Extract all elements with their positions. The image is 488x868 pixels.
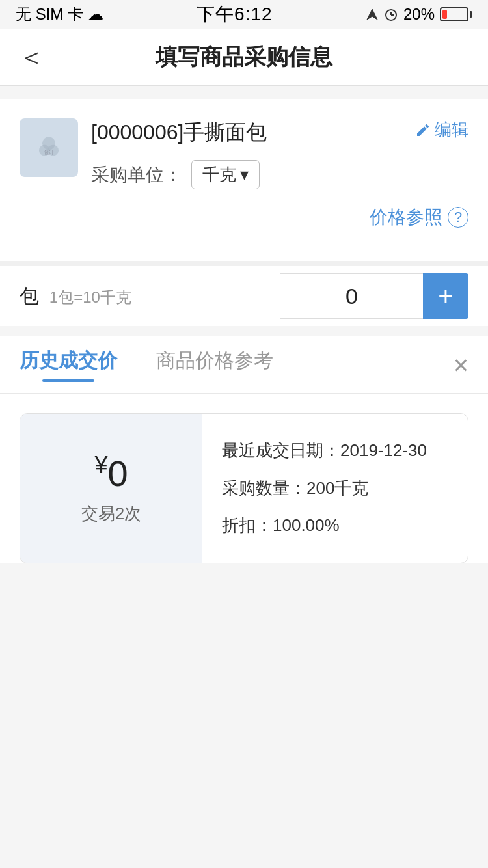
tab-underline bbox=[42, 379, 94, 382]
product-thumbnail-icon: 包计 bbox=[33, 131, 65, 164]
quantity-input[interactable]: 0 bbox=[280, 273, 423, 319]
price-ref-label: 价格参照 bbox=[370, 205, 442, 230]
tabs-left: 历史成交价 商品价格参考 bbox=[20, 334, 273, 395]
price-amount: ¥0 bbox=[94, 452, 128, 495]
price-ref-button[interactable]: 价格参照 ? bbox=[370, 205, 468, 245]
price-value: 0 bbox=[107, 453, 128, 494]
product-name: [0000006]手撕面包 bbox=[91, 118, 267, 147]
product-unit-row: 采购单位： 千克 ▾ bbox=[91, 160, 267, 189]
edit-label: 编辑 bbox=[435, 118, 468, 141]
svg-marker-0 bbox=[367, 9, 377, 20]
page-title: 填写商品采购信息 bbox=[156, 42, 332, 72]
product-left: 包计 [0000006]手撕面包 采购单位： 千克 ▾ bbox=[20, 118, 267, 189]
price-left-panel: ¥0 交易2次 bbox=[20, 414, 202, 563]
status-bar-right: 20% bbox=[366, 5, 472, 23]
tabs-bar: 历史成交价 商品价格参考 × bbox=[0, 336, 488, 394]
price-transactions: 交易2次 bbox=[81, 502, 141, 525]
unit-select[interactable]: 千克 ▾ bbox=[191, 160, 260, 189]
unit-label: 采购单位： bbox=[91, 163, 182, 187]
purchase-quantity: 采购数量：200千克 bbox=[222, 475, 448, 502]
quantity-plus-button[interactable]: + bbox=[423, 273, 468, 319]
alarm-icon bbox=[384, 7, 398, 21]
signal-text: 无 SIM 卡 ☁ bbox=[16, 4, 103, 25]
edit-icon bbox=[415, 122, 431, 138]
product-image: 包计 bbox=[20, 118, 78, 177]
status-bar: 无 SIM 卡 ☁ 下午6:12 20% bbox=[0, 0, 488, 29]
tab-history-price[interactable]: 历史成交价 bbox=[20, 334, 117, 395]
battery-percent: 20% bbox=[403, 5, 435, 23]
back-button[interactable]: ＜ bbox=[18, 39, 44, 75]
svg-text:包计: 包计 bbox=[44, 149, 54, 156]
product-info: [0000006]手撕面包 采购单位： 千克 ▾ bbox=[91, 118, 267, 189]
quantity-label-group: 包 1包=10千克 bbox=[20, 283, 131, 310]
tab-product-price-ref[interactable]: 商品价格参考 bbox=[156, 334, 273, 395]
bottom-panel: 历史成交价 商品价格参考 × ¥0 交易2次 最近成交日期：2019-12-30… bbox=[0, 336, 488, 563]
status-bar-left: 无 SIM 卡 ☁ bbox=[16, 4, 103, 25]
battery-icon bbox=[440, 7, 472, 21]
quantity-unit-char: 包 bbox=[20, 285, 39, 306]
dropdown-icon: ▾ bbox=[240, 165, 249, 185]
product-card: 包计 [0000006]手撕面包 采购单位： 千克 ▾ 编辑 bbox=[0, 99, 488, 261]
price-card: ¥0 交易2次 最近成交日期：2019-12-30 采购数量：200千克 折扣：… bbox=[20, 413, 468, 563]
location-icon bbox=[366, 8, 379, 21]
product-header: 包计 [0000006]手撕面包 采购单位： 千克 ▾ 编辑 bbox=[20, 118, 468, 189]
tab-close-button[interactable]: × bbox=[454, 352, 468, 378]
tab-history-label: 历史成交价 bbox=[20, 347, 117, 374]
quantity-control: 0 + bbox=[280, 273, 468, 319]
quantity-sub-label: 1包=10千克 bbox=[49, 288, 131, 306]
quantity-row: 包 1包=10千克 0 + bbox=[0, 261, 488, 326]
tab-price-ref-label: 商品价格参考 bbox=[156, 347, 273, 374]
edit-button[interactable]: 编辑 bbox=[415, 118, 468, 141]
recent-date: 最近成交日期：2019-12-30 bbox=[222, 437, 448, 465]
currency-symbol: ¥ bbox=[94, 452, 107, 478]
discount: 折扣：100.00% bbox=[222, 512, 448, 539]
nav-bar: ＜ 填写商品采购信息 bbox=[0, 29, 488, 86]
price-ref-help-icon: ? bbox=[448, 207, 468, 228]
status-bar-time: 下午6:12 bbox=[197, 2, 273, 27]
price-right-panel: 最近成交日期：2019-12-30 采购数量：200千克 折扣：100.00% bbox=[202, 414, 468, 563]
unit-value: 千克 bbox=[202, 163, 236, 186]
